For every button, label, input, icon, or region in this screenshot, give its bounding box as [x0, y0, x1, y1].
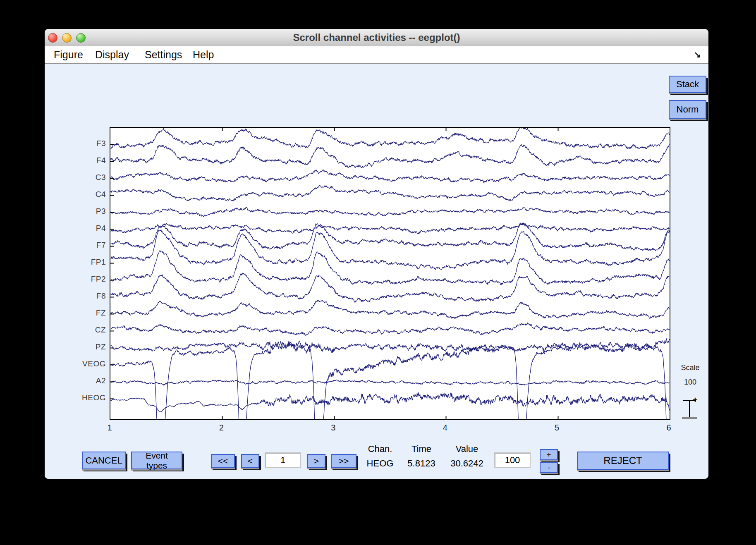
channel-label-f7: F7	[45, 241, 106, 250]
menu-bar: Figure Display Settings Help ↘	[45, 46, 708, 64]
window-title: Scroll channel activities -- eegplot()	[45, 29, 708, 46]
menu-help[interactable]: Help	[193, 46, 214, 63]
readout-time-value: 5.8123	[407, 459, 435, 468]
backward-button[interactable]: <	[241, 454, 259, 468]
page-number-input[interactable]	[265, 452, 301, 468]
stack-button[interactable]: Stack	[669, 76, 706, 93]
norm-button[interactable]: Norm	[669, 100, 706, 119]
scale-handle-stem	[689, 400, 690, 417]
cursor-readout: Chan. HEOG Time 5.8123 Value 30.6242	[357, 445, 494, 468]
channel-label-p4: P4	[45, 224, 106, 233]
channel-label-c4: C4	[45, 190, 106, 199]
channel-label-fp2: FP2	[45, 275, 106, 284]
readout-chan-label: Chan.	[368, 445, 392, 454]
scale-value: 100	[672, 378, 709, 387]
x-tick-label-6: 6	[660, 423, 677, 433]
x-tick-label-3: 3	[325, 423, 342, 433]
x-tick-label-2: 2	[213, 423, 230, 433]
app-window: Scroll channel activities -- eegplot() F…	[45, 29, 708, 479]
window-titlebar[interactable]: Scroll channel activities -- eegplot()	[45, 29, 708, 47]
channel-label-fz: FZ	[45, 308, 106, 318]
x-tick-label-5: 5	[549, 423, 565, 433]
menu-display[interactable]: Display	[95, 46, 129, 63]
scale-label: Scale	[672, 363, 709, 372]
channel-label-heog: HEOG	[45, 393, 106, 402]
readout-time-label: Time	[411, 445, 431, 454]
channel-label-p3: P3	[45, 207, 106, 216]
channel-label-pz: PZ	[45, 342, 106, 351]
readout-value-value: 30.6242	[450, 459, 483, 468]
event-types-button[interactable]: Event types	[131, 452, 182, 469]
channel-label-f4: F4	[45, 156, 106, 165]
menu-figure[interactable]: Figure	[54, 46, 83, 63]
x-tick-label-1: 1	[101, 423, 118, 433]
dock-arrow-icon[interactable]: ↘	[694, 46, 701, 63]
cancel-button[interactable]: CANCEL	[82, 452, 126, 469]
channel-label-f8: F8	[45, 292, 106, 301]
channel-label-cz: CZ	[45, 325, 106, 335]
fast-forward-button[interactable]: >>	[331, 454, 356, 468]
eeg-plot-area[interactable]	[110, 127, 670, 420]
scale-input[interactable]	[494, 452, 531, 468]
scale-handle-bottom-bar	[682, 417, 697, 419]
content-area: Stack Norm F3F4C3C4P3P4F7FP1FP2F8FZCZPZV…	[45, 64, 708, 479]
channel-label-c3: C3	[45, 173, 106, 182]
scale-decrease-button[interactable]: -	[540, 462, 558, 473]
forward-button[interactable]: >	[307, 454, 325, 468]
channel-label-veog: VEOG	[45, 359, 106, 368]
menu-settings[interactable]: Settings	[145, 46, 182, 63]
channel-label-f3: F3	[45, 139, 106, 148]
x-tick-label-4: 4	[437, 423, 453, 433]
eeg-traces-canvas[interactable]	[110, 128, 670, 419]
channel-label-a2: A2	[45, 376, 106, 385]
scale-increase-button[interactable]: +	[540, 449, 558, 460]
scale-adjust-handle[interactable]: +	[682, 400, 699, 421]
fast-backward-button[interactable]: <<	[211, 454, 235, 468]
readout-chan-value: HEOG	[367, 459, 394, 468]
plus-icon: +	[693, 395, 698, 405]
reject-button[interactable]: REJECT	[577, 452, 669, 470]
channel-label-fp1: FP1	[45, 258, 106, 267]
readout-value-label: Value	[456, 445, 478, 454]
